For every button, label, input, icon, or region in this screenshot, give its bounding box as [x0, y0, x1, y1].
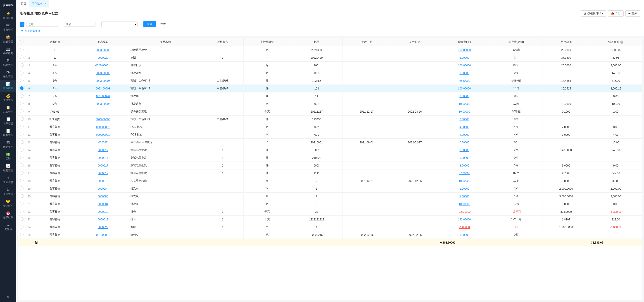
search-button[interactable]: 查询: [144, 21, 156, 27]
row-amount: 0.00: [590, 92, 642, 100]
row-cost: 20.0000: [542, 46, 590, 54]
row-warehouse: 晋客裕仓: [33, 154, 77, 162]
sidebar-item-ops[interactable]: 📈 经营管理: [0, 162, 16, 174]
filter-settings-button[interactable]: 设置: [158, 21, 168, 27]
row-checkbox[interactable]: [18, 162, 25, 170]
row-checkbox[interactable]: [18, 216, 25, 223]
row-checkbox[interactable]: [18, 170, 25, 177]
sidebar-bottom-settings[interactable]: ⚙: [6, 294, 10, 302]
sidebar-item-basic[interactable]: ℹ 基础信息: [0, 174, 16, 186]
sidebar-item-quick-nav[interactable]: ⚡ 快捷导航: [0, 10, 16, 22]
filter-expand-btn[interactable]: ▼ 展开更多条件: [20, 28, 640, 34]
row-batch: 2: [291, 177, 342, 185]
amount-info-icon[interactable]: ?: [620, 41, 624, 44]
sidebar-item-inventory[interactable]: 📊 库存核算: [0, 80, 16, 92]
sidebar-item-tax[interactable]: 📑 税务管理: [0, 127, 16, 139]
sidebar-item-invoice[interactable]: 🧾 发票管理: [0, 115, 16, 127]
purchase-icon: 🛍: [6, 70, 10, 74]
row-warehouse: 晋客裕仓: [33, 139, 77, 146]
sidebar-item-label: 库存核算: [3, 87, 13, 90]
sidebar-item-cloud[interactable]: ☁ 云应用: [0, 221, 16, 233]
row-checkbox[interactable]: [18, 139, 25, 146]
row-checkbox[interactable]: [18, 46, 25, 54]
row-checkbox[interactable]: [18, 69, 25, 77]
sidebar-settings-btn[interactable]: ⚙: [6, 294, 10, 300]
row-num: 18: [25, 177, 33, 185]
row-product-code: 0000029: [77, 54, 129, 62]
row-checkbox[interactable]: [18, 62, 25, 69]
main-area: 首页 库存批次 ✕ 现存量查询(按仓库＋批次) 🖨 按模板打印 ▾ 📤 导出: [16, 0, 644, 302]
sidebar-item-wholesale[interactable]: 📦 批发管理: [0, 33, 16, 45]
sidebar-item-ecom[interactable]: 🖥 电商管理: [0, 57, 16, 68]
table-row: 2 11 0000029 旗版 1 个 20220429 1.00000 1个 …: [18, 54, 642, 62]
row-expire-date: 2022-03-26: [391, 108, 439, 115]
row-checkbox[interactable]: [18, 185, 25, 193]
row-checkbox[interactable]: [18, 115, 25, 123]
row-checkbox[interactable]: [18, 231, 25, 239]
row-checkbox[interactable]: [18, 208, 25, 216]
sidebar-item-small-ecom[interactable]: 💻 小额电商: [0, 45, 16, 57]
row-cost: 9.7363: [542, 170, 590, 177]
row-checkbox[interactable]: [18, 77, 25, 85]
filter-collapse-btn[interactable]: ›: [20, 22, 24, 27]
product-input[interactable]: [64, 22, 96, 27]
row-unit: 件: [244, 77, 291, 85]
table-row: 15 晋客裕仓 0000017 测试电墨批次 1 件 210423 0.0000…: [18, 154, 642, 162]
row-checkbox[interactable]: [18, 85, 25, 92]
print-button[interactable]: 🖨 按模板打印 ▾: [581, 11, 606, 17]
row-qty-storage: 0件: [490, 115, 542, 123]
th-expire-date: 失效日期: [391, 38, 439, 46]
table-row: 7 2号 001000026 批次库 吨 11 0.00000 0吨 0.00: [18, 92, 642, 100]
row-spec: 1: [202, 208, 244, 216]
row-checkbox[interactable]: [18, 223, 25, 231]
row-spec: [202, 46, 244, 54]
sidebar-item-purchase[interactable]: 🛍 采购管理: [0, 68, 16, 80]
row-cost: 10.0000: [542, 100, 590, 108]
row-checkbox[interactable]: [18, 131, 25, 139]
row-product-name: 子件保质期组: [129, 108, 202, 115]
row-checkbox[interactable]: [18, 146, 25, 154]
sidebar-item-payroll[interactable]: 💵 工资: [0, 150, 16, 162]
row-spec: [202, 193, 244, 200]
sidebar-item-retail[interactable]: 🛒 零售管理: [0, 22, 16, 33]
page-header: 现存量查询(按仓库＋批次) 🖨 按模板打印 ▾ 📤 导出 👁 显示: [16, 8, 644, 19]
row-batch: 1222222222: [291, 216, 342, 223]
tab-home[interactable]: 首页: [18, 0, 29, 8]
row-warehouse: 1号: [33, 77, 77, 85]
sidebar-item-general[interactable]: 📋 总账管理: [0, 103, 16, 115]
row-num: 25: [25, 231, 33, 239]
export-button[interactable]: 📤 导出: [608, 11, 624, 17]
table-row: 11 晋客裕仓 000900001 POS 批次 米 002 4.00000 4…: [18, 123, 642, 131]
row-checkbox[interactable]: [18, 123, 25, 131]
row-amount: 37.95: [590, 54, 642, 62]
tab-batch-inventory[interactable]: 库存批次 ✕: [29, 0, 49, 8]
row-checkbox[interactable]: [18, 92, 25, 100]
sidebar-logo[interactable]: 搜索菜单: [2, 2, 14, 9]
row-checkbox[interactable]: [18, 108, 25, 115]
sidebar-item-collab[interactable]: 🤝 企业协同: [0, 198, 16, 209]
table-row: 22 晋客裕仓 0000012 批号 1 千克 33 -16.00000 -16…: [18, 208, 642, 216]
display-button[interactable]: 👁 显示: [626, 11, 640, 17]
retail-icon: 🛒: [6, 23, 10, 28]
row-expire-date: [391, 131, 439, 139]
row-cost: 1.8197: [542, 216, 590, 223]
row-checkbox[interactable]: [18, 200, 25, 208]
ops-icon: 📈: [6, 164, 10, 168]
sidebar-item-assets[interactable]: 💰 资金管理: [0, 92, 16, 103]
sidebar-item-fixed-asset[interactable]: 🏗 固定资产: [0, 139, 16, 150]
row-checkbox[interactable]: [18, 100, 25, 108]
row-checkbox[interactable]: [18, 154, 25, 162]
row-checkbox[interactable]: [18, 177, 25, 185]
table-row: 1 11 0023-00009 软胶通用枪管 米 2021098 100.000…: [18, 46, 642, 54]
row-checkbox[interactable]: [18, 193, 25, 200]
filter-separator-1: ...: [60, 23, 62, 26]
tab-close-icon[interactable]: ✕: [44, 3, 46, 5]
warehouse-input[interactable]: [26, 22, 58, 27]
select-all-checkbox[interactable]: [20, 40, 24, 44]
sidebar-item-guide[interactable]: 🎯 新手引导: [0, 209, 16, 221]
row-cost: 120.0000: [542, 146, 590, 154]
row-checkbox[interactable]: [18, 54, 25, 62]
sidebar-item-system[interactable]: ⚙ 系统管理: [0, 186, 16, 198]
product-category-select[interactable]: [101, 22, 138, 27]
row-cost: 20.0000: [542, 62, 590, 69]
